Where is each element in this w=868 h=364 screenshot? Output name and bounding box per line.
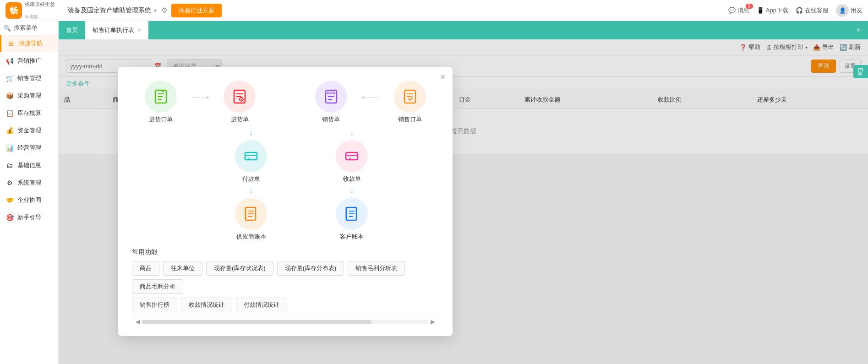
sales-order-icon xyxy=(394,81,426,113)
modal-overlay[interactable]: × 进货订单 xyxy=(59,39,868,364)
modal-close-button[interactable]: × xyxy=(440,72,445,82)
flow-node-purchase-bill[interactable]: 进货单 xyxy=(211,81,269,124)
logo-icon: 畅 xyxy=(5,2,22,19)
system-icon: ⚙ xyxy=(5,179,14,187)
flow-chart: 进货订单 xyxy=(132,81,439,241)
common-funcs: 常用功能 商品 往来单位 现存量(库存状况表) 现存量(库存分布表) 销售毛利分… xyxy=(132,248,439,327)
svg-rect-27 xyxy=(245,208,246,219)
scroll-thumb xyxy=(142,320,371,324)
flow-row-3: 供应商账本 客户账本 xyxy=(132,198,439,241)
sidebar-item-collab[interactable]: 🤝 企业协同 xyxy=(0,191,58,209)
page-content: ❓ 帮助 🖨 按模板打印 ▾ 📤 导出 🔄 xyxy=(59,39,868,364)
tab-bar: 首页 销售订单执行表 × × xyxy=(59,21,868,39)
app-download-button[interactable]: 📱 App下载 xyxy=(757,6,788,15)
quick-nav-icon: ⊞ xyxy=(7,39,15,48)
flow-node-supplier-ledger[interactable]: 供应商账本 xyxy=(219,198,283,241)
sidebar-item-marketing[interactable]: 📢 营销推广 xyxy=(0,52,58,70)
sales-order-label: 销售订单 xyxy=(398,115,422,124)
sidebar-item-finance[interactable]: 💰 资金管理 xyxy=(0,122,58,139)
inventory-icon: 📋 xyxy=(5,109,14,117)
svg-text:¥: ¥ xyxy=(248,157,251,161)
tab-sales-order[interactable]: 销售订单执行表 × xyxy=(85,21,148,39)
top-bar: 畅 畅康通好生意 标惟数 装备及固定资产辅助管理系统 ▾ ⚙ 体验行业方案 💬 … xyxy=(0,0,868,21)
sidebar-item-newbie[interactable]: 🎯 新手引导 xyxy=(0,209,58,226)
sidebar-item-system[interactable]: ⚙ 系统管理 xyxy=(0,174,58,191)
experience-button[interactable]: 体验行业方案 xyxy=(171,4,222,17)
sidebar-item-sales[interactable]: 🛒 销售管理 xyxy=(0,70,58,87)
svg-rect-20 xyxy=(245,152,257,160)
content-area: 首页 销售订单执行表 × × ❓ 帮助 xyxy=(59,21,868,364)
func-buttons-row1: 商品 往来单位 现存量(库存状况表) 现存量(库存分布表) 销售毛利分析表 商品… xyxy=(132,261,439,294)
app-container: 畅 畅康通好生意 标惟数 装备及固定资产辅助管理系统 ▾ ⚙ 体验行业方案 💬 … xyxy=(0,0,868,364)
tab-home[interactable]: 首页 xyxy=(59,21,85,39)
func-buttons-row2: 销售排行榜 收款情况统计 付款情况统计 xyxy=(132,298,439,312)
flow-node-customer-ledger[interactable]: 客户账本 xyxy=(320,198,384,241)
modal: × 进货订单 xyxy=(118,67,453,336)
search-icon: 🔍 xyxy=(4,25,11,32)
settings-icon[interactable]: ⚙ xyxy=(161,6,168,15)
func-btn-payment-stats[interactable]: 付款情况统计 xyxy=(236,298,287,312)
message-button[interactable]: 💬 消息 6 xyxy=(728,6,749,15)
search-menu[interactable]: 🔍 搜索菜单 xyxy=(0,21,58,35)
func-btn-receipt-stats[interactable]: 收款情况统计 xyxy=(181,298,232,312)
func-btn-sales-profit[interactable]: 销售毛利分析表 xyxy=(348,261,405,276)
flow-node-purchase-order[interactable]: 进货订单 xyxy=(132,81,190,124)
purchase-bill-label: 进货单 xyxy=(231,115,249,124)
system-title: 装备及固定资产辅助管理系统 ▾ ⚙ xyxy=(68,6,168,15)
sidebar-item-basic-info[interactable]: 🗂 基础信息 xyxy=(0,157,58,174)
message-icon: 💬 xyxy=(728,7,736,14)
func-btn-goods[interactable]: 商品 xyxy=(132,261,159,276)
flow-node-sales-order[interactable]: 销售订单 xyxy=(381,81,439,124)
arrow-down-3: ↓ xyxy=(219,187,283,194)
sidebar-item-inventory[interactable]: 📋 库存核算 xyxy=(0,104,58,122)
tab-close-icon[interactable]: × xyxy=(138,27,141,33)
sidebar-item-quick-nav[interactable]: ⊞ 快捷导航 xyxy=(0,35,58,52)
flow-node-sales-bill[interactable]: 销货单 xyxy=(302,81,360,124)
download-icon: 📱 xyxy=(757,7,764,14)
common-funcs-title: 常用功能 xyxy=(132,248,439,256)
flow-row-arrows: ↓ ↓ xyxy=(132,127,439,138)
payment-label: 付款单 xyxy=(242,175,260,183)
flow-row-arrows-2: ↓ ↓ xyxy=(132,185,439,196)
svg-marker-16 xyxy=(361,96,364,99)
flow-node-payment[interactable]: ¥ 付款单 xyxy=(219,140,283,183)
basic-info-icon: 🗂 xyxy=(5,161,14,169)
scroll-bar: ◀ ▶ xyxy=(132,316,439,327)
svg-rect-12 xyxy=(328,92,335,94)
purchase-bill-icon xyxy=(224,81,256,113)
flow-row-1: 进货订单 xyxy=(132,81,439,124)
finance-icon: 💰 xyxy=(5,126,14,135)
sidebar-item-purchase[interactable]: 📦 采购管理 xyxy=(0,87,58,104)
marketing-icon: 📢 xyxy=(5,57,14,65)
customer-ledger-label: 客户账本 xyxy=(340,233,364,241)
side-tab-ea[interactable]: Ea xyxy=(853,65,868,78)
arrow-1 xyxy=(190,95,211,109)
sidebar-item-operation[interactable]: 📊 经营管理 xyxy=(0,139,58,157)
arrow-down-1: ↓ xyxy=(219,129,283,136)
newbie-icon: 🎯 xyxy=(5,213,14,222)
purchase-icon: 📦 xyxy=(5,92,14,100)
func-btn-stock-dist[interactable]: 现存量(库存分布表) xyxy=(277,261,344,276)
scroll-left-icon[interactable]: ◀ xyxy=(136,318,140,325)
flow-node-receipt[interactable]: ¥ 收款单 xyxy=(320,140,384,183)
func-btn-counterparty[interactable]: 往来单位 xyxy=(163,261,202,276)
content-area-close[interactable]: × xyxy=(849,26,868,34)
svg-rect-23 xyxy=(346,152,358,160)
receipt-label: 收款单 xyxy=(343,175,361,183)
func-btn-goods-profit[interactable]: 商品毛利分析 xyxy=(132,279,183,294)
scroll-track[interactable] xyxy=(142,320,429,324)
avatar: 👤 xyxy=(836,4,849,17)
arrow-2 xyxy=(360,95,381,109)
payment-icon: ¥ xyxy=(235,140,267,172)
user-menu[interactable]: 👤 用友 xyxy=(836,4,863,17)
func-btn-sales-rank[interactable]: 销售排行榜 xyxy=(132,298,177,312)
dropdown-icon[interactable]: ▾ xyxy=(154,7,157,14)
arrow-down-4: ↓ xyxy=(320,187,384,194)
supplier-ledger-label: 供应商账本 xyxy=(236,233,266,241)
operation-icon: 📊 xyxy=(5,144,14,152)
scroll-right-icon[interactable]: ▶ xyxy=(431,318,435,325)
func-btn-stock-status[interactable]: 现存量(库存状况表) xyxy=(206,261,273,276)
online-service-button[interactable]: 🎧 在线客服 xyxy=(796,6,829,15)
customer-ledger-icon xyxy=(336,198,368,230)
message-badge: 6 xyxy=(746,4,753,9)
